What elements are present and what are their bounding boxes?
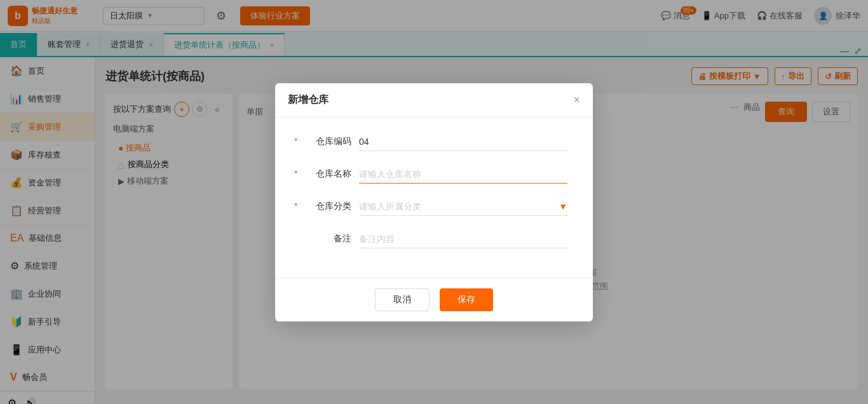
name-input[interactable] (359, 165, 567, 184)
category-select[interactable]: 请输入所属分类 (359, 201, 559, 212)
category-label: 仓库分类 (301, 201, 351, 212)
form-row-category: 仓库分类 请输入所属分类 ▼ (301, 198, 567, 216)
cancel-button[interactable]: 取消 (375, 288, 430, 311)
dialog-close-btn[interactable]: × (573, 94, 580, 105)
dialog-title: 新增仓库 (288, 93, 329, 107)
save-button[interactable]: 保存 (440, 288, 493, 311)
name-label: 仓库名称 (301, 168, 351, 180)
dialog-header: 新增仓库 × (275, 83, 593, 118)
form-row-name: 仓库名称 (301, 165, 567, 184)
form-row-code: 仓库编码 (301, 133, 567, 151)
category-select-wrap: 请输入所属分类 ▼ (359, 198, 567, 216)
form-row-remark: 备注 (301, 230, 567, 248)
category-chevron-icon: ▼ (559, 201, 567, 212)
remark-input[interactable] (359, 230, 567, 248)
add-warehouse-dialog: 新增仓库 × 仓库编码 仓库名称 仓库分类 请输入所属分类 ▼ (275, 83, 593, 321)
dialog-body: 仓库编码 仓库名称 仓库分类 请输入所属分类 ▼ 备注 (275, 118, 593, 278)
modal-overlay: 新增仓库 × 仓库编码 仓库名称 仓库分类 请输入所属分类 ▼ (0, 0, 868, 404)
dialog-footer: 取消 保存 (275, 278, 593, 321)
remark-label: 备注 (301, 233, 351, 245)
code-input[interactable] (359, 133, 567, 151)
code-label: 仓库编码 (301, 136, 351, 147)
